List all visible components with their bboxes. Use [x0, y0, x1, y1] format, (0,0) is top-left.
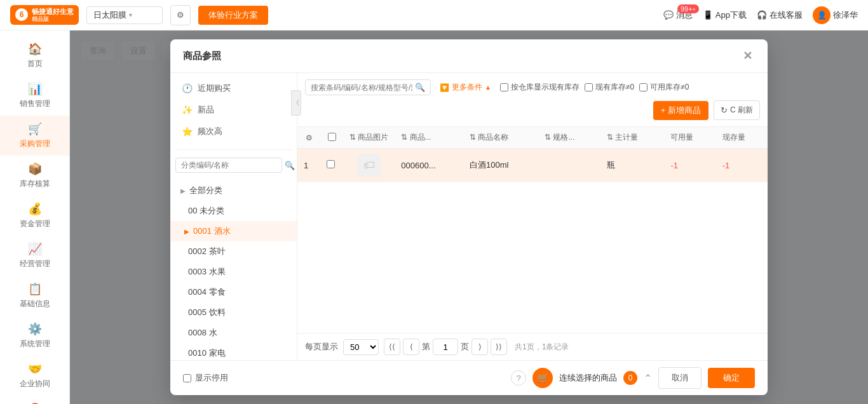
ops-icon: 📈 — [28, 242, 42, 256]
settings-icon[interactable]: ⚙ — [170, 5, 191, 25]
sidebar-item-guide[interactable]: 🎯 新手引导 — [0, 396, 69, 404]
row-code: 000600... — [395, 149, 463, 182]
category-appliance[interactable]: 0010 家电 — [170, 343, 297, 360]
experience-button[interactable]: 体验行业方案 — [198, 6, 268, 25]
messages-badge: 99++ — [677, 4, 699, 13]
col-image: ⇅ 商品图片 — [343, 127, 395, 149]
sidebar-item-finance[interactable]: 💰 资金管理 — [0, 196, 69, 236]
per-page-label: 每页显示 — [305, 341, 338, 353]
selected-count-badge: 0 — [623, 371, 637, 385]
consecutive-label: 连续选择的商品 — [559, 372, 617, 384]
warehouse-stock-checkbox[interactable]: 按仓库显示现有库存 — [500, 82, 580, 93]
sidebar-item-purchase[interactable]: 🛒 采购管理 — [0, 116, 69, 156]
sidebar-label-system: 系统管理 — [20, 339, 50, 349]
col-spec-sort: ⇅ — [545, 133, 551, 142]
nonzero-stock-check[interactable] — [585, 83, 593, 91]
prev-page-button[interactable]: ⟨ — [403, 339, 419, 355]
help-icon[interactable]: ? — [511, 370, 526, 386]
show-disabled-check[interactable] — [183, 374, 191, 382]
cart-icon[interactable]: 🛒 — [532, 368, 553, 388]
sidebar-label-purchase: 采购管理 — [20, 138, 50, 149]
category-water[interactable]: 0008 水 — [170, 323, 297, 343]
col-unit-sort: ⇅ — [607, 133, 613, 142]
logo-text1: 畅捷通好生意 — [32, 8, 74, 16]
product-search-bar: 🔍 — [305, 79, 431, 95]
row-name: 白酒100ml — [463, 149, 538, 182]
collapse-panel-button[interactable]: 《 — [291, 90, 301, 116]
product-table-wrap: ⚙ ⇅ 商品图片 — [297, 127, 768, 333]
table-row[interactable]: 1 🏷 000600... — [297, 149, 768, 182]
online-service-nav-item[interactable]: 🎧 在线客服 — [757, 10, 803, 21]
available-nonzero-check[interactable] — [639, 83, 648, 91]
app-download-nav-item[interactable]: 📱 App下载 — [703, 10, 747, 21]
modal-close-button[interactable]: ✕ — [740, 48, 755, 64]
page-nav: ⟨⟨ ⟨ 第 页 ⟩ ⟩⟩ 共1页，1条记录 — [384, 339, 569, 355]
page-total-text: 共1页，1条记录 — [515, 342, 569, 353]
select-all-checkbox[interactable] — [328, 133, 336, 141]
right-panel: 🔍 🔽 更多条件 ▲ 按仓库显示现有库存 — [297, 73, 768, 360]
new-product-tab[interactable]: ✨ 新品 — [175, 100, 292, 120]
row-check[interactable] — [320, 149, 343, 182]
collapse-footer-icon[interactable]: ⌃ — [644, 372, 652, 384]
last-page-button[interactable]: ⟩⟩ — [491, 339, 507, 355]
category-all-label: 全部分类 — [189, 185, 222, 196]
sales-icon: 📊 — [28, 82, 42, 96]
sidebar-label-ops: 经营管理 — [20, 259, 50, 269]
category-tea[interactable]: 0002 茶叶 — [170, 241, 297, 262]
nonzero-stock-checkbox[interactable]: 现有库存≠0 — [585, 82, 634, 93]
search-magnifier-icon[interactable]: 🔍 — [415, 83, 425, 92]
recent-purchase-tab[interactable]: 🕐 近期购买 — [175, 78, 292, 98]
category-snack[interactable]: 0004 零食 — [170, 282, 297, 302]
add-product-button[interactable]: + 新增商品 — [653, 101, 709, 120]
username-label: 徐泽华 — [833, 10, 858, 21]
search-toolbar: 🔍 🔽 更多条件 ▲ 按仓库显示现有库存 — [297, 73, 768, 127]
warehouse-stock-check[interactable] — [500, 83, 508, 91]
more-filter-button[interactable]: 🔽 更多条件 ▲ — [436, 79, 495, 95]
category-liquor[interactable]: ▶ 0001 酒水 — [170, 221, 297, 241]
sidebar-label-sales: 销售管理 — [20, 98, 50, 109]
sidebar-item-inventory[interactable]: 📦 库存核算 — [0, 156, 69, 196]
category-drink[interactable]: 0005 饮料 — [170, 302, 297, 323]
product-search-input[interactable] — [311, 83, 412, 92]
unclassified-label: 00 未分类 — [188, 205, 224, 217]
confirm-button[interactable]: 确定 — [708, 368, 755, 388]
col-spec: ⇅ 规格... — [538, 127, 600, 149]
per-page-select[interactable]: 50 100 — [343, 339, 379, 355]
cancel-button[interactable]: 取消 — [658, 367, 702, 389]
sidebar-item-system[interactable]: ⚙️ 系统管理 — [0, 316, 69, 356]
sidebar-item-sales[interactable]: 📊 销售管理 — [0, 76, 69, 116]
sidebar-item-collab[interactable]: 🤝 企业协同 — [0, 356, 69, 396]
col-name: ⇅ 商品名称 — [463, 127, 538, 149]
refresh-button[interactable]: ↻ C 刷新 — [714, 100, 760, 120]
row-num: 1 — [297, 149, 320, 182]
category-fruit[interactable]: 0003 水果 — [170, 262, 297, 282]
drink-label: 0005 饮料 — [188, 307, 226, 318]
messages-nav-item[interactable]: 💬 消息 99++ — [663, 10, 693, 21]
sidebar-item-basic[interactable]: 📋 基础信息 — [0, 276, 69, 316]
col-gear[interactable]: ⚙ — [297, 127, 320, 149]
sidebar-item-home[interactable]: 🏠 首页 — [0, 36, 69, 76]
liquor-label: 0001 酒水 — [193, 226, 231, 237]
appliance-label: 0010 家电 — [188, 347, 226, 359]
user-profile[interactable]: 👤 徐泽华 — [813, 6, 858, 24]
col-code: ⇅ 商品... — [395, 127, 463, 149]
logo-text2: 精品版 — [32, 16, 74, 23]
logo: 6 畅捷通好生意 精品版 — [10, 5, 79, 25]
category-all[interactable]: ▶ 全部分类 — [170, 180, 297, 201]
first-page-button[interactable]: ⟨⟨ — [384, 339, 400, 355]
next-page-button[interactable]: ⟩ — [471, 339, 488, 355]
frequent-tab[interactable]: ⭐ 频次高 — [175, 121, 292, 142]
sidebar-label-inventory: 库存核算 — [20, 178, 50, 189]
row-checkbox[interactable] — [327, 160, 335, 168]
modal-title: 商品参照 — [183, 50, 221, 62]
category-unclassified[interactable]: 00 未分类 — [170, 201, 297, 221]
col-unit: ⇅ 主计量 — [600, 127, 665, 149]
company-selector[interactable]: 日太阳膜 ▾ — [86, 6, 163, 24]
category-search-input[interactable] — [175, 158, 282, 173]
page-number-input[interactable] — [433, 339, 458, 355]
show-disabled-checkbox[interactable]: 显示停用 — [183, 372, 228, 384]
star-icon: ⭐ — [182, 126, 193, 137]
available-nonzero-checkbox[interactable]: 可用库存≠0 — [639, 82, 689, 93]
category-search-icon[interactable]: 🔍 — [285, 161, 295, 170]
sidebar-item-ops[interactable]: 📈 经营管理 — [0, 236, 69, 276]
